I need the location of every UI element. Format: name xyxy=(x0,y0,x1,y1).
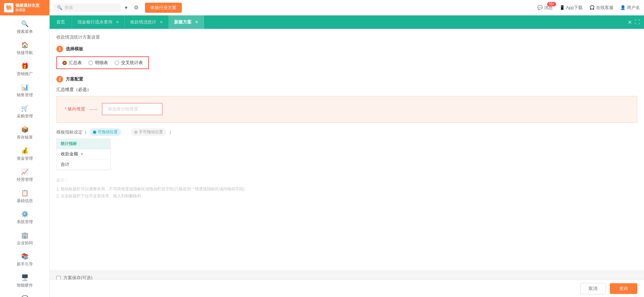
draggable-toggle[interactable]: 可拖动位置 xyxy=(90,128,121,136)
download-item[interactable]: 📱 App下载 xyxy=(559,5,583,11)
sidebar-item-basics[interactable]: 📋 基础信息 xyxy=(0,186,49,207)
sidebar-item-label-finance: 资金管理 xyxy=(17,156,33,161)
app-edition: 标准版 xyxy=(15,8,40,12)
tips-item-0: 1. 拖动标题栏可以调整布局，不可跨维度或指标区域拖动栏目字段(只能在同一维度或… xyxy=(56,186,637,193)
sidebar-item-label-enterprise: 企业协同 xyxy=(17,240,33,246)
sidebar-item-label-search: 搜索菜单 xyxy=(17,29,33,35)
user-avatar-icon: 👤 xyxy=(620,5,626,10)
wechat-icon: 💬 xyxy=(21,295,29,297)
topbar-search-text: 搜索 xyxy=(64,5,73,11)
sidebar-item-label-quicknav: 快捷导航 xyxy=(17,50,33,56)
query-button[interactable]: 查询 xyxy=(610,283,637,294)
plan-config: 汇总维度（必选） * 纵向维度 —— 请选择分组维度 模板指标设定（ xyxy=(56,87,637,200)
operations-icon: 📈 xyxy=(21,168,29,176)
radio-detail-input[interactable] xyxy=(89,61,93,65)
sidebar-item-hardware[interactable]: 🖥️ 智能硬件 xyxy=(0,270,49,292)
indicator-table-header: 统计指标 xyxy=(57,139,110,149)
dimension-row: * 纵向维度 —— 请选择分组维度 xyxy=(65,103,629,115)
sidebar-item-purchase[interactable]: 🛒 采购管理 xyxy=(0,101,49,122)
tab-label-collection: 收款情况统计 xyxy=(130,19,156,25)
sidebar: 畅 畅捷通好生意 标准版 🔍 搜索菜单 🏠 快捷导航 🎁 营销推广 📊 销售管理… xyxy=(0,0,50,297)
indicator-item-0[interactable]: 收款金额 ▾ xyxy=(57,149,110,159)
tab-minimize-icon[interactable]: ✕ xyxy=(628,19,632,26)
toggle-dot-active xyxy=(93,131,96,134)
topbar-gear-icon[interactable]: ⚙ xyxy=(131,3,141,12)
message-item[interactable]: 💬 消息 99+ xyxy=(537,5,553,11)
headset-icon: 🎧 xyxy=(589,5,595,10)
step1-num: 1 xyxy=(56,46,63,52)
topbar-right: 💬 消息 99+ 📱 App下载 🎧 在线客服 👤 用户名 xyxy=(537,5,640,11)
topbar: 🔍 搜索 ▾ ⚙ 体验行业方案 💬 消息 99+ 📱 App下载 🎧 在线客服 … xyxy=(50,0,644,15)
service-item[interactable]: 🎧 在线客服 xyxy=(589,5,613,11)
radio-cross[interactable]: 交叉统计表 xyxy=(115,60,143,66)
chevron-down-icon-0[interactable]: ▾ xyxy=(81,152,83,156)
non-draggable-toggle[interactable]: 不可拖动位置 xyxy=(131,128,166,136)
sidebar-item-operations[interactable]: 📈 经营管理 xyxy=(0,165,49,186)
app-name-block: 畅捷通好生意 标准版 xyxy=(15,3,40,12)
sidebar-item-label-purchase: 采购管理 xyxy=(17,113,33,119)
radio-summary[interactable]: 汇总表 xyxy=(62,60,82,66)
tab-close-cashflow[interactable]: ✕ xyxy=(116,20,119,24)
home-icon: 🏠 xyxy=(21,41,29,49)
sidebar-item-marketing[interactable]: 🎁 营销推广 xyxy=(0,59,49,80)
topbar-dropdown-icon[interactable]: ▾ xyxy=(125,4,127,11)
tab-expand-icon[interactable]: ⛶ xyxy=(635,19,640,25)
vertical-dim-label: * 纵向维度 xyxy=(65,106,85,112)
content-area: 收款情况统计方案设置 1 选择模板 汇总表 明细表 xyxy=(50,29,644,280)
step2-section: 2 方案配置 汇总维度（必选） * 纵向维度 —— 请选择分组维度 xyxy=(56,76,637,200)
sidebar-item-guide[interactable]: 📚 新手引导 xyxy=(0,249,49,270)
download-label: App下载 xyxy=(566,5,583,11)
radio-summary-label: 汇总表 xyxy=(69,60,82,66)
cancel-button[interactable]: 取消 xyxy=(580,283,606,294)
topbar-search-box[interactable]: 🔍 搜索 xyxy=(54,3,121,12)
content-inner: 收款情况统计方案设置 1 选择模板 汇总表 明细表 xyxy=(50,29,644,270)
toggle-dot-inactive xyxy=(134,131,138,134)
step2-title: 方案配置 xyxy=(66,76,83,82)
sidebar-item-enterprise[interactable]: 🏢 企业协同 xyxy=(0,228,49,249)
tab-collection[interactable]: 收款情况统计 ✕ xyxy=(125,15,169,29)
toggle-separator xyxy=(124,129,128,135)
sidebar-item-search[interactable]: 🔍 搜索菜单 xyxy=(0,17,49,38)
tab-newplan[interactable]: 新建方案 ✕ xyxy=(169,15,204,29)
sidebar-item-label-basics: 基础信息 xyxy=(17,198,33,204)
sidebar-item-label-guide: 新手引导 xyxy=(17,261,33,267)
sidebar-item-finance[interactable]: 💰 资金管理 xyxy=(0,144,49,165)
dim-select-dropdown[interactable]: 请选择分组维度 xyxy=(102,103,162,115)
system-icon: ⚙️ xyxy=(21,210,29,218)
step1-title: 选择模板 xyxy=(66,46,83,52)
template-options: 汇总表 明细表 交叉统计表 xyxy=(56,56,149,69)
tab-cashflow[interactable]: 现金银行流水查询 ✕ xyxy=(72,15,125,29)
indicator-header: 模板指标设定（ 可拖动位置 不可拖动位置 ） xyxy=(56,128,637,136)
industry-btn[interactable]: 体验行业方案 xyxy=(145,3,182,13)
tab-label-cashflow: 现金银行流水查询 xyxy=(77,19,112,25)
sidebar-item-wechat[interactable]: 💬 企业微信 xyxy=(0,292,49,297)
save-checkbox[interactable] xyxy=(56,276,61,280)
step2-header: 2 方案配置 xyxy=(56,76,637,83)
sidebar-item-inventory[interactable]: 📦 库存核算 xyxy=(0,122,49,144)
sidebar-item-label-hardware: 智能硬件 xyxy=(17,283,33,288)
tab-close-collection[interactable]: ✕ xyxy=(160,20,163,24)
message-badge: 99+ xyxy=(547,2,556,6)
sidebar-item-label-marketing: 营销推广 xyxy=(17,71,33,77)
chart-icon: 📊 xyxy=(21,84,29,91)
tab-label-home: 首页 xyxy=(56,19,65,25)
tab-close-newplan[interactable]: ✕ xyxy=(195,20,198,24)
app-logo-icon: 畅 xyxy=(4,3,13,12)
sidebar-item-system[interactable]: ⚙️ 系统管理 xyxy=(0,207,49,228)
tabbar-actions: ✕ ⛶ xyxy=(624,15,644,29)
sidebar-item-sales[interactable]: 📊 销售管理 xyxy=(0,80,49,101)
summary-dim-title: 汇总维度（必选） xyxy=(56,87,637,93)
radio-summary-input[interactable] xyxy=(62,61,67,65)
page-title: 收款情况统计方案设置 xyxy=(56,34,637,40)
radio-detail[interactable]: 明细表 xyxy=(89,60,108,66)
user-info[interactable]: 👤 用户名 xyxy=(620,5,640,11)
sidebar-item-label-operations: 经营管理 xyxy=(17,177,33,183)
radio-detail-label: 明细表 xyxy=(95,60,108,66)
sidebar-item-quicknav[interactable]: 🏠 快捷导航 xyxy=(0,38,49,59)
tab-home[interactable]: 首页 xyxy=(50,15,72,29)
cart-icon: 🛒 xyxy=(21,105,29,112)
sidebar-item-label-sales: 销售管理 xyxy=(17,92,33,98)
indicator-settings-title: 模板指标设定（ xyxy=(56,129,87,135)
radio-cross-input[interactable] xyxy=(115,61,119,65)
save-option-bar: 方案保存(可选) xyxy=(50,270,644,280)
